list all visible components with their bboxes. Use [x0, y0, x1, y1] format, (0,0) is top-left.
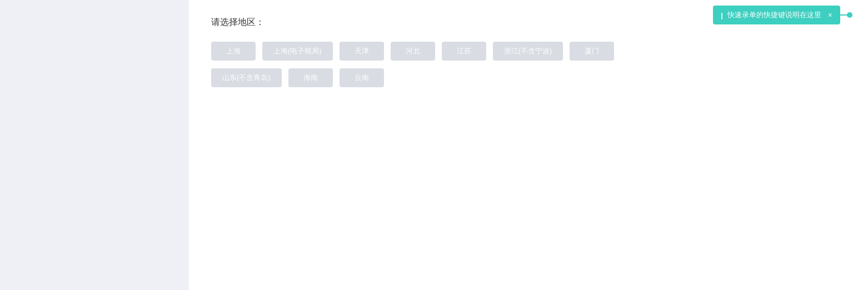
tooltip-banner: 快速录单的快捷键说明在这里 ×	[713, 6, 840, 24]
tooltip-connector	[839, 14, 847, 16]
region-btn-tianjin[interactable]: 天津	[340, 42, 384, 61]
main-content: 请选择地区： 上海上海(电子税局)天津河北江苏浙江(不含宁波)厦门 山东(不含青…	[189, 0, 868, 290]
region-btn-xiamen[interactable]: 厦门	[570, 42, 614, 61]
region-btn-hebei[interactable]: 河北	[391, 42, 435, 61]
region-btn-shandong[interactable]: 山东(不含青岛)	[211, 68, 282, 87]
tooltip-dot	[847, 12, 852, 18]
region-btn-shanghai[interactable]: 上海	[211, 42, 256, 61]
region-btn-shanghai-etax[interactable]: 上海(电子税局)	[262, 42, 333, 61]
region-btn-jiangsu[interactable]: 江苏	[442, 42, 486, 61]
left-sidebar	[0, 0, 189, 290]
tooltip-text: 快速录单的快捷键说明在这里	[727, 10, 821, 20]
region-btn-zhejiang[interactable]: 浙江(不含宁波)	[493, 42, 563, 61]
region-btn-yunnan[interactable]: 云南	[340, 68, 384, 87]
region-row-2: 山东(不含青岛)海南云南	[211, 68, 846, 87]
region-row-1: 上海上海(电子税局)天津河北江苏浙江(不含宁波)厦门	[211, 42, 846, 61]
tooltip-close-button[interactable]: ×	[828, 11, 832, 19]
region-btn-hainan[interactable]: 海南	[288, 68, 333, 87]
